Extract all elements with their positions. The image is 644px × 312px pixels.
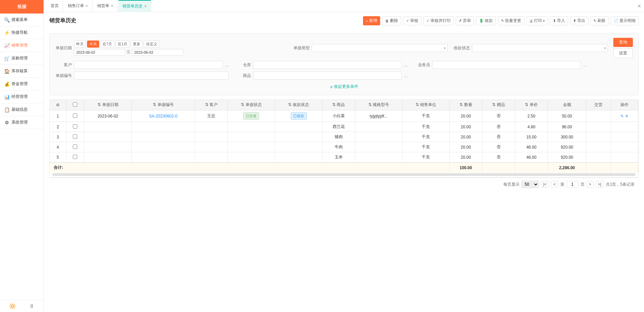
col-doc-status[interactable]: ⇅ 单据状态 [228,100,275,110]
sidebar-item-sales-mgmt[interactable]: 📈 销售管理 [0,39,44,52]
collect-button[interactable]: 💲 收款 [476,16,496,25]
sidebar-item-ops-mgmt[interactable]: 📊 经营管理 [0,90,44,103]
col-gift[interactable]: ⇅ 赠品 [482,100,515,110]
date-quick-7days[interactable]: 近7天 [100,41,114,48]
discard-button[interactable]: ✗ 弃审 [456,16,474,25]
doc-no[interactable]: SA-20230602-0 [132,110,195,122]
tab-sales-history[interactable]: 销货单历史 ✕ [118,0,151,12]
date-from-input[interactable] [74,49,125,56]
edit-action[interactable]: ✎ [620,114,624,119]
sidebar-bottom-icon2[interactable]: ⏸ [29,303,34,309]
warehouse-input[interactable] [253,61,402,69]
col-spec[interactable]: ⇅ 规格型号 [355,100,402,110]
actions[interactable] [611,132,638,142]
show-detail-button[interactable]: 📄 显示明细 [611,16,639,25]
sidebar-item-quick-nav[interactable]: ⚡ 快捷导航 [0,26,44,39]
new-button[interactable]: + 新增 [363,16,380,25]
sidebar-item-sys-mgmt[interactable]: ⚙ 系统管理 [0,116,44,129]
actions[interactable]: ✎✕ [611,110,638,122]
goods-ellipsis[interactable]: ... [404,73,408,78]
doc-no[interactable] [132,152,195,163]
batch-icon: ✎ [501,19,504,23]
date-quick-yesterday[interactable]: 昨天 [74,41,86,48]
row-checkbox-input[interactable] [73,124,77,129]
trade [586,142,611,152]
row-checkbox-input[interactable] [73,145,77,149]
date-quick-more[interactable]: 更多 [131,41,143,48]
delete-action[interactable]: ✕ [625,114,628,119]
close-sales-goods-tab[interactable]: ✕ [111,4,113,8]
col-collect-status[interactable]: ⇅ 收款状态 [275,100,322,110]
first-page-button[interactable]: |< [541,181,549,188]
qty: 20.00 [449,142,482,152]
audit-button[interactable]: ✓ 审核 [403,16,421,25]
prev-page-button[interactable]: < [551,181,558,188]
query-button[interactable]: 查询 [613,38,633,47]
actions[interactable] [611,122,638,132]
per-page-select[interactable]: 50 100 200 [522,181,539,188]
tab-home[interactable]: 首页 [47,0,63,12]
last-page-button[interactable]: >| [596,181,604,188]
setting-button[interactable]: 设置 [613,48,633,58]
warehouse-ellipsis[interactable]: ... [404,62,408,68]
customer-ellipsis[interactable]: ... [225,62,229,68]
row-checkbox-input[interactable] [73,155,77,159]
collapse-button[interactable]: ∧ 收起更多条件 [329,82,360,91]
row-checkbox-input[interactable] [73,134,77,139]
delete-button[interactable]: 🗑 删除 [382,16,401,25]
collect-status-select[interactable] [472,44,608,52]
goods-input[interactable] [253,72,402,80]
row-checkbox-input[interactable] [73,113,77,118]
import-button[interactable]: ⬇ 导入 [550,16,568,25]
print-button[interactable]: 🖨 打印 ▾ [526,16,548,25]
staff-ellipsis[interactable]: ... [583,62,587,68]
tab-sales-order[interactable]: 销售订单 ✕ [64,0,92,12]
audit-print-button[interactable]: ✓ 审核并打印 [423,16,454,25]
actions[interactable] [611,152,638,163]
tab-sales-goods[interactable]: 销货单 ✕ [93,0,118,12]
doc-no[interactable] [132,132,195,142]
select-all-checkbox[interactable] [73,102,77,107]
export-button[interactable]: ⬆ 导出 [570,16,588,25]
close-sales-order-tab[interactable]: ✕ [85,4,88,8]
sidebar-item-finance[interactable]: 💰 资金管理 [0,78,44,90]
row-checkbox[interactable] [66,152,84,163]
collect-status: 已收款 [275,110,322,122]
page-number-input[interactable] [566,181,579,188]
refresh-button[interactable]: ↻ 刷新 [590,16,609,25]
col-qty[interactable]: ⇅ 数量 [449,100,482,110]
doc-no[interactable] [132,142,195,152]
col-doc-no[interactable]: ⇅ 单据编号 [132,100,195,110]
row-checkbox[interactable] [66,110,84,122]
col-settings[interactable]: ⚙ [50,100,66,110]
col-unit[interactable]: ⇅ 销售单位 [402,100,449,110]
col-doc-date[interactable]: ⇅ 单据日期 [84,100,132,110]
sidebar-item-inventory[interactable]: 🏠 库存核算 [0,65,44,78]
sidebar-item-search-menu[interactable]: 🔍 搜索菜单 [0,14,44,26]
batch-change-button[interactable]: ✎ 批量变更 [498,16,524,25]
close-all-tabs[interactable]: ✕ [637,3,641,9]
sidebar-bottom-icon1[interactable]: 🔆 [9,303,16,309]
row-checkbox[interactable] [66,132,84,142]
date-to-input[interactable] [132,49,183,56]
close-sales-history-tab[interactable]: ✕ [144,4,147,8]
col-unit-price[interactable]: ⇅ 单价 [515,100,548,110]
sidebar-item-purchase-mgmt[interactable]: 🛒 采购管理 [0,52,44,65]
staff-input[interactable] [432,61,581,69]
col-customer[interactable]: ⇅ 客户 [195,100,228,110]
col-goods[interactable]: ⇅ 商品 [322,100,355,110]
doc-no-link[interactable]: SA-20230602-0 [149,114,177,119]
sidebar-item-basic-info[interactable]: 📋 基础信息 [0,103,44,116]
doc-no-input[interactable] [74,72,229,80]
doc-no[interactable] [132,122,195,132]
doc-type-select[interactable] [312,44,448,52]
actions[interactable] [611,142,638,152]
row-checkbox[interactable] [66,122,84,132]
horizontal-scrollbar[interactable] [52,173,636,176]
next-page-button[interactable]: > [587,181,594,188]
date-quick-1month[interactable]: 近1月 [115,41,130,48]
customer-input[interactable] [74,61,223,69]
row-checkbox[interactable] [66,142,84,152]
date-quick-today[interactable]: 今天 [87,41,99,48]
date-quick-custom[interactable]: 自定义 [144,41,160,48]
